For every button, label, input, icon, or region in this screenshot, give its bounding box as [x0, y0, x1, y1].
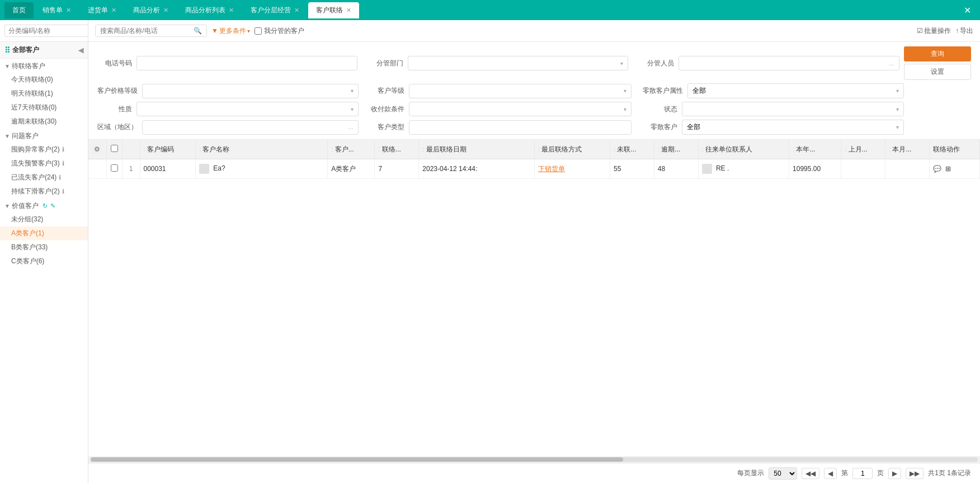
tab-customer-contact[interactable]: 客户联络 ✕: [308, 2, 359, 18]
nature-input[interactable]: ▾: [136, 102, 359, 116]
payment-input[interactable]: ▾: [409, 102, 631, 116]
sidebar-item-today[interactable]: 今天待联络(0): [0, 73, 88, 87]
setting-button[interactable]: 设置: [904, 64, 971, 80]
sidebar-group-problem[interactable]: ▼ 问题客户: [0, 129, 88, 143]
query-button[interactable]: 查询: [904, 46, 971, 61]
next-page-btn[interactable]: ▶: [888, 468, 901, 479]
close-analysis-list-tab[interactable]: ✕: [229, 7, 234, 14]
table-row: 1 000031 Ea? A类客户: [88, 159, 980, 179]
sidebar-group-pending[interactable]: ▼ 待联络客户: [0, 59, 88, 73]
td-last-month: [841, 159, 885, 179]
th-action: 联络动作: [929, 140, 979, 159]
th-customer-type[interactable]: : 客户...: [328, 140, 375, 159]
status-input[interactable]: ▾: [682, 102, 904, 116]
sidebar-item-declining[interactable]: 持续下滑客户(2) ℹ: [0, 184, 88, 198]
close-customer-contact-tab[interactable]: ✕: [346, 7, 351, 14]
th-overdue[interactable]: : 逾期...: [654, 140, 698, 159]
table-container: ⚙ : 客户编码: [88, 140, 980, 483]
edit-icon[interactable]: ✎: [50, 202, 55, 210]
th-last-contact-date[interactable]: : 最后联络日期: [419, 140, 535, 159]
unit-contact-avatar: [702, 164, 712, 174]
th-current-month[interactable]: : 本月...: [885, 140, 930, 159]
sidebar-content: ⠿ 全部客户 ◀ ▼ 待联络客户 今天待联络(0) 明天待联络(1) 近7天待联…: [0, 42, 88, 483]
sidebar-group-value[interactable]: ▼ 价值客户 ↻ ✎: [0, 198, 88, 212]
sidebar-item-class-b[interactable]: B类客户(33): [0, 240, 88, 254]
close-purchase-tab[interactable]: ✕: [111, 7, 116, 14]
sidebar-item-abnormal[interactable]: 囤购异常客户(2) ℹ: [0, 143, 88, 157]
dept-input[interactable]: ▾: [408, 56, 629, 70]
region-input[interactable]: …: [142, 120, 359, 135]
retail-customer-input[interactable]: 全部 ▾: [682, 120, 904, 135]
chat-icon[interactable]: 💬: [933, 165, 941, 173]
level-input[interactable]: ▾: [409, 84, 631, 98]
grid-icon[interactable]: ⊞: [945, 165, 951, 173]
th-num: [122, 140, 140, 159]
sidebar-all-customers-header[interactable]: ⠿ 全部客户 ◀: [0, 42, 88, 59]
td-no-contact: 55: [610, 159, 654, 179]
retail-attr-input[interactable]: 全部 ▾: [687, 83, 904, 98]
row-checkbox-1[interactable]: [111, 164, 118, 172]
advanced-filter: 电话号码 分管部门 ▾ 分管人员: [88, 42, 980, 140]
tab-customer-segment[interactable]: 客户分层经营 ✕: [243, 2, 307, 18]
sidebar-item-tomorrow[interactable]: 明天待联络(1): [0, 87, 88, 101]
th-last-contact-method[interactable]: : 最后联络方式: [535, 140, 610, 159]
arrow-down-icon2: ▼: [4, 133, 10, 139]
tab-sales[interactable]: 销售单 ✕: [35, 2, 79, 18]
close-analysis-tab[interactable]: ✕: [163, 7, 168, 14]
tab-analysis[interactable]: 商品分析 ✕: [125, 2, 176, 18]
prev-page-btn[interactable]: ◀: [824, 468, 837, 479]
per-page-select[interactable]: 50 100 200: [769, 467, 797, 480]
select-all-checkbox[interactable]: [111, 145, 118, 152]
my-customer-checkbox[interactable]: [255, 27, 262, 35]
th-last-month[interactable]: : 上月...: [841, 140, 885, 159]
th-no-contact[interactable]: : 未联...: [610, 140, 654, 159]
first-page-btn[interactable]: ◀◀: [802, 468, 819, 479]
main-search-icon[interactable]: 🔍: [194, 27, 202, 35]
gear-icon[interactable]: ⚙: [92, 144, 102, 154]
sidebar-collapse-icon[interactable]: ◀: [78, 46, 83, 54]
tab-purchase[interactable]: 进货单 ✕: [80, 2, 124, 18]
dots-icon-person[interactable]: …: [889, 60, 894, 67]
dots-icon-region[interactable]: …: [348, 124, 354, 130]
export-btn[interactable]: ↑ 导出: [955, 26, 973, 36]
price-input[interactable]: ▾: [142, 84, 359, 98]
main-search-wrap: 🔍: [95, 25, 207, 37]
last-page-btn[interactable]: ▶▶: [906, 468, 924, 479]
sidebar-search-input[interactable]: [4, 25, 88, 37]
sidebar-item-churned[interactable]: 已流失客户(24) ℹ: [0, 171, 88, 184]
refresh-icon[interactable]: ↻: [43, 202, 48, 210]
filter-cell-nature: 性质 ▾: [97, 102, 359, 116]
td-action: 💬 ⊞: [929, 159, 979, 179]
sidebar-item-class-c[interactable]: C类客户(6): [0, 254, 88, 268]
close-sales-tab[interactable]: ✕: [66, 7, 71, 14]
scrollbar-thumb: [91, 457, 623, 462]
td-current-year: 10995.00: [789, 159, 841, 179]
sidebar-item-churn-warning[interactable]: 流失预警客户(3) ℹ: [0, 157, 88, 171]
tab-analysis-list[interactable]: 商品分析列表 ✕: [177, 2, 242, 18]
tab-home[interactable]: 首页: [4, 2, 34, 18]
horizontal-scrollbar[interactable]: [88, 456, 980, 463]
sidebar-item-class-a[interactable]: A类客户(1): [0, 226, 88, 240]
page-number-input[interactable]: [852, 468, 873, 479]
filter-cell-retail-customer: 零散客户 全部 ▾: [643, 120, 904, 135]
sidebar-item-unclassified[interactable]: 未分组(32): [0, 212, 88, 226]
chevron-down-icon-nature: ▾: [351, 106, 354, 112]
customer-type-input[interactable]: [409, 120, 631, 135]
close-customer-segment-tab[interactable]: ✕: [294, 7, 299, 14]
chevron-down-icon-level: ▾: [624, 88, 626, 94]
sidebar-item-overdue[interactable]: 逾期未联络(30): [0, 115, 88, 129]
th-code[interactable]: : 客户编码: [140, 140, 195, 159]
last-contact-method-link[interactable]: 下销货单: [538, 165, 565, 173]
sidebar-item-7days[interactable]: 近7天待联络(0): [0, 101, 88, 115]
main-search-input[interactable]: [100, 27, 191, 35]
table-wrapper[interactable]: ⚙ : 客户编码: [88, 140, 980, 456]
more-filters-btn[interactable]: ▼ 更多条件 ▾: [211, 26, 250, 36]
th-current-year[interactable]: : 本年...: [789, 140, 841, 159]
th-name[interactable]: : 客户名称: [195, 140, 327, 159]
phone-input[interactable]: [136, 56, 357, 70]
th-contact[interactable]: : 联络...: [375, 140, 419, 159]
person-input[interactable]: …: [679, 56, 899, 70]
batch-operation-btn[interactable]: ☑ 批量操作: [917, 26, 951, 36]
th-unit-contact[interactable]: : 往来单位联系人: [698, 140, 789, 159]
window-close-icon[interactable]: ✕: [959, 3, 976, 18]
